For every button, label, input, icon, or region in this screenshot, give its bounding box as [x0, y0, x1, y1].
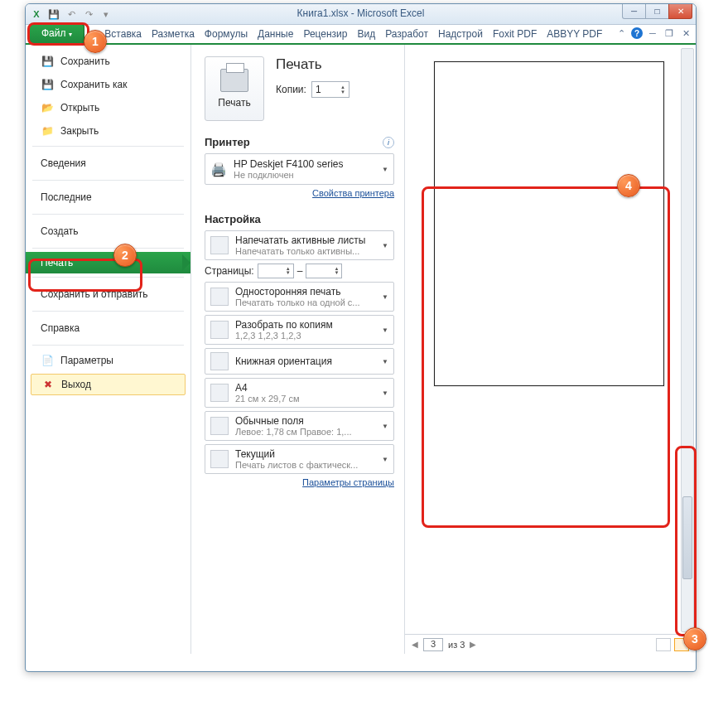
- help-icon[interactable]: ?: [631, 27, 643, 39]
- printer-device-icon: 🖨️: [210, 162, 227, 177]
- callout-bubble-2: 2: [113, 244, 137, 267]
- nav-save[interactable]: 💾Сохранить: [26, 50, 190, 73]
- next-page-button[interactable]: ▶: [470, 640, 476, 649]
- spinner-arrows-icon[interactable]: ▲▼: [340, 85, 345, 94]
- tab-abbyy[interactable]: ABBYY PDF: [542, 25, 607, 43]
- printer-status: Не подключен: [234, 170, 344, 180]
- nav-recent[interactable]: Последние: [26, 184, 190, 210]
- setting-orientation[interactable]: Книжная ориентация ▼: [205, 348, 394, 375]
- nav-print[interactable]: Печать: [26, 252, 190, 273]
- copies-value: 1: [316, 84, 321, 95]
- nav-new[interactable]: Создать: [26, 218, 190, 244]
- tab-data[interactable]: Данные: [253, 25, 298, 43]
- tab-addins[interactable]: Надстрой: [433, 25, 488, 43]
- vertical-scrollbar[interactable]: [681, 48, 694, 632]
- tab-developer[interactable]: Разработ: [380, 25, 433, 43]
- tab-foxit[interactable]: Foxit PDF: [488, 25, 542, 43]
- margins-icon: [210, 417, 229, 435]
- excel-icon: X: [29, 7, 44, 22]
- redo-icon[interactable]: ↷: [81, 7, 96, 22]
- app-name: Microsoft Excel: [357, 7, 424, 19]
- paper-icon: [210, 384, 229, 402]
- window-buttons: ─ □ ✕: [623, 4, 692, 19]
- pages-from-input[interactable]: ▲▼: [258, 264, 294, 278]
- nav-save-as[interactable]: 💾Сохранить как: [26, 73, 190, 96]
- save-icon[interactable]: 💾: [46, 7, 61, 22]
- chevron-down-icon: ▼: [382, 358, 388, 365]
- setting-margins[interactable]: Обычные поляЛевое: 1,78 см Правое: 1,...…: [205, 411, 394, 441]
- exit-icon: ✖: [41, 378, 55, 391]
- quick-access-toolbar: X 💾 ↶ ↷ ▾: [29, 7, 113, 22]
- copies-spinner[interactable]: 1 ▲▼: [311, 81, 350, 98]
- pages-label: Страницы:: [205, 265, 254, 277]
- ribbon-right-controls: ⌃ ? ─ ❐ ✕: [615, 27, 692, 40]
- page-total-label: из 3: [448, 640, 465, 650]
- chevron-down-icon: ▼: [382, 242, 388, 249]
- doc-close-icon[interactable]: ✕: [679, 27, 692, 40]
- nav-send-share[interactable]: Сохранить и отправить: [26, 281, 190, 307]
- nav-help[interactable]: Справка: [26, 315, 190, 341]
- setting-paper-size[interactable]: A421 см x 29,7 см ▼: [205, 378, 394, 408]
- chevron-down-icon: ▼: [382, 326, 388, 334]
- nav-exit[interactable]: ✖Выход: [31, 374, 186, 395]
- folder-close-icon: 📁: [41, 124, 54, 138]
- page-number-input[interactable]: 3: [423, 638, 443, 651]
- tab-formulas[interactable]: Формулы: [200, 25, 253, 43]
- window-title: Книга1.xlsx - Microsoft Excel: [297, 7, 425, 19]
- options-icon: 📄: [41, 354, 54, 367]
- chevron-down-icon: ▼: [382, 423, 388, 430]
- printer-properties-link[interactable]: Свойства принтера: [205, 188, 394, 198]
- callout-bubble-3: 3: [683, 627, 706, 650]
- setting-print-what[interactable]: Напечатать активные листыНапечатать толь…: [205, 230, 394, 260]
- page-single-icon: [210, 288, 229, 306]
- print-preview: ◀ 3 из 3 ▶: [405, 45, 696, 654]
- info-icon[interactable]: i: [383, 137, 394, 148]
- tab-review[interactable]: Рецензир: [298, 25, 352, 43]
- doc-minimize-icon[interactable]: ─: [646, 27, 659, 40]
- nav-open[interactable]: 📂Открыть: [26, 96, 190, 119]
- minimize-button[interactable]: ─: [622, 4, 646, 19]
- file-tab[interactable]: Файл ▾: [29, 24, 84, 43]
- preview-status-bar: ◀ 3 из 3 ▶: [405, 634, 696, 654]
- scaling-icon: [210, 450, 229, 468]
- settings-section-head: Настройка: [205, 213, 261, 225]
- print-settings-column: Печать Печать Копии: 1 ▲▼ Принтер i: [191, 45, 405, 654]
- tab-layout[interactable]: Разметка: [147, 25, 200, 43]
- printer-dropdown[interactable]: 🖨️ HP Deskjet F4100 series Не подключен …: [205, 153, 394, 185]
- save-icon: 💾: [41, 55, 54, 68]
- show-margins-button[interactable]: [656, 638, 671, 651]
- chevron-down-icon: ▼: [382, 456, 388, 463]
- doc-restore-icon[interactable]: ❐: [663, 27, 676, 40]
- setting-collate[interactable]: Разобрать по копиям1,2,3 1,2,3 1,2,3 ▼: [205, 315, 394, 345]
- ribbon-minimize-icon[interactable]: ⌃: [615, 27, 628, 40]
- orientation-icon: [210, 352, 229, 370]
- undo-icon[interactable]: ↶: [64, 7, 79, 22]
- preview-page: [434, 61, 664, 386]
- scrollbar-thumb[interactable]: [682, 496, 692, 579]
- pages-to-input[interactable]: ▲▼: [306, 264, 342, 278]
- pages-dash: –: [297, 265, 303, 277]
- callout-bubble-1: 1: [84, 30, 107, 53]
- qat-more-icon[interactable]: ▾: [99, 7, 113, 22]
- setting-scaling[interactable]: ТекущийПечать листов с фактическ... ▼: [205, 444, 394, 474]
- callout-bubble-4: 4: [617, 174, 640, 197]
- printer-icon: [220, 69, 248, 92]
- page-setup-link[interactable]: Параметры страницы: [205, 477, 394, 487]
- nav-close[interactable]: 📁Закрыть: [26, 119, 190, 143]
- saveas-icon: 💾: [41, 78, 54, 91]
- print-button-label: Печать: [218, 97, 250, 109]
- collate-icon: [210, 321, 229, 339]
- filename: Книга1.xlsx: [297, 7, 349, 19]
- ribbon-tabs: Файл ▾ я Вставка Разметка Формулы Данные…: [26, 25, 696, 45]
- pages-range: Страницы: ▲▼ – ▲▼: [205, 264, 394, 278]
- print-button[interactable]: Печать: [205, 56, 264, 121]
- prev-page-button[interactable]: ◀: [412, 640, 418, 649]
- chevron-down-icon: ▼: [382, 166, 388, 173]
- nav-options[interactable]: 📄Параметры: [26, 349, 190, 372]
- setting-sides[interactable]: Односторонняя печатьПечатать только на о…: [205, 282, 394, 312]
- close-button[interactable]: ✕: [668, 4, 692, 19]
- tab-view[interactable]: Вид: [352, 25, 380, 43]
- nav-info[interactable]: Сведения: [26, 150, 190, 176]
- chevron-down-icon: ▼: [382, 293, 388, 301]
- maximize-button[interactable]: □: [645, 4, 669, 19]
